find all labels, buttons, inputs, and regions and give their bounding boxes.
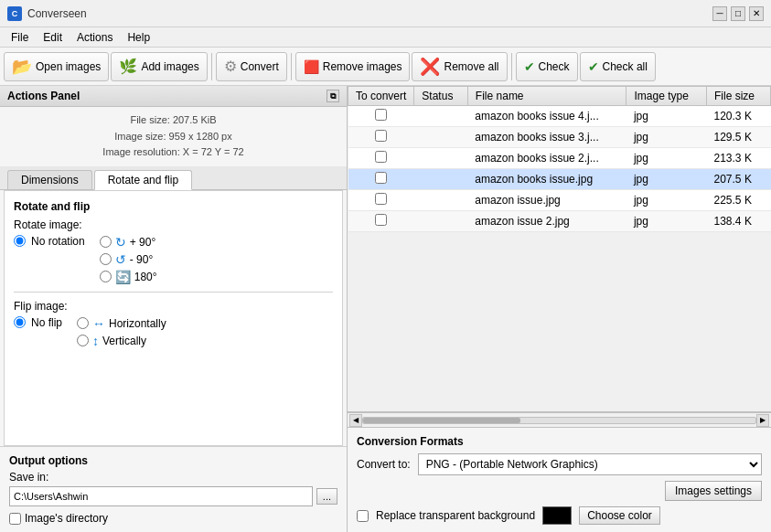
row-imagetype: jpg [626,211,707,232]
tab-bar: Dimensions Rotate and flip [0,166,347,190]
add-images-icon: 🌿 [119,58,137,75]
check-all-label: Check all [603,60,648,73]
row-checkbox-cell [348,211,414,232]
table-header-row: To convert Status File name Image type F… [348,87,771,106]
flip-horizontally-option: ↔ Horizontally [77,316,166,331]
rot-plus90-radio[interactable] [100,236,112,248]
row-filesize: 129.5 K [707,127,771,148]
check-icon: ✔ [524,59,535,74]
close-button[interactable]: ✕ [749,6,764,21]
images-settings-button[interactable]: Images settings [665,481,762,501]
file-table-body: amazon books issue 4.j... jpg 120.3 K am… [348,106,771,232]
convert-to-select[interactable]: PNG - (Portable Network Graphics) JPG - … [418,453,762,475]
check-all-icon: ✔ [588,59,599,74]
row-checkbox[interactable] [375,151,387,163]
tab-rotate-flip[interactable]: Rotate and flip [94,170,192,190]
no-rotation-radio[interactable] [14,235,26,247]
col-status: Status [414,87,468,106]
file-size-value: 207.5 KiB [173,114,217,125]
table-row[interactable]: amazon books issue 4.j... jpg 120.3 K [348,106,771,127]
conversion-formats-title: Conversion Formats [357,435,762,448]
minimize-button[interactable]: ─ [712,6,727,21]
row-checkbox-cell [348,106,414,127]
save-path-row: ... [9,486,337,506]
row-filename: amazon issue 2.jpg [467,211,626,232]
table-row[interactable]: amazon books issue.jpg jpg 207.5 K [348,169,771,190]
table-row[interactable]: amazon books issue 2.j... jpg 213.3 K [348,148,771,169]
rot-180-icon: 🔄 [115,270,131,284]
flip-horizontally-radio[interactable] [77,317,89,329]
menu-edit[interactable]: Edit [36,29,70,46]
check-button[interactable]: ✔ Check [516,52,578,81]
flip-vertically-option: ↕ Vertically [77,334,166,348]
row-status [414,127,468,148]
row-checkbox[interactable] [375,193,387,205]
no-rotation-text: No rotation [31,235,85,248]
replace-transparent-checkbox[interactable] [357,510,369,522]
tab-dimensions[interactable]: Dimensions [7,170,92,189]
flip-vertically-radio[interactable] [77,335,89,346]
hscroll-thumb[interactable] [363,418,520,423]
toolbar: 📂 Open images 🌿 Add images ⚙ Convert 🟥 R… [0,48,771,86]
menu-help[interactable]: Help [120,29,157,46]
rot-minus90-radio[interactable] [100,253,112,265]
row-checkbox[interactable] [375,172,387,184]
menu-file[interactable]: File [4,29,36,46]
menu-actions[interactable]: Actions [70,29,120,46]
no-flip-radio[interactable] [14,316,26,328]
rot-minus90-label: - 90° [130,253,153,266]
save-path-input[interactable] [9,486,313,506]
output-section: Output options Save in: ... Image's dire… [0,446,347,532]
menu-bar: File Edit Actions Help [0,27,771,48]
remove-images-button[interactable]: 🟥 Remove images [295,52,411,81]
row-checkbox[interactable] [375,214,387,226]
horizontal-scrollbar[interactable]: ◀ ▶ [348,412,771,427]
browse-button[interactable]: ... [316,488,337,505]
image-size-value: 959 x 1280 px [169,131,232,142]
file-list-area[interactable]: To convert Status File name Image type F… [348,86,771,412]
title-bar: C Converseen ─ □ ✕ [0,0,771,27]
row-imagetype: jpg [626,148,707,169]
table-row[interactable]: amazon issue 2.jpg jpg 138.4 K [348,211,771,232]
check-all-button[interactable]: ✔ Check all [580,52,656,81]
hscroll-left-arrow[interactable]: ◀ [349,414,362,427]
table-row[interactable]: amazon books issue 3.j... jpg 129.5 K [348,127,771,148]
convert-to-label: Convert to: [357,458,411,471]
add-images-label: Add images [141,60,198,73]
row-checkbox-cell [348,127,414,148]
convert-button[interactable]: ⚙ Convert [216,52,287,81]
convert-to-row: Convert to: PNG - (Portable Network Grap… [357,453,762,475]
row-filename: amazon issue.jpg [467,190,626,211]
no-flip-label[interactable]: No flip [14,316,62,329]
remove-images-label: Remove images [323,60,402,73]
add-images-button[interactable]: 🌿 Add images [111,52,207,81]
open-images-label: Open images [36,60,101,73]
row-checkbox[interactable] [375,109,387,121]
rotate-flip-divider [14,292,333,293]
hscroll-track[interactable] [362,417,756,424]
rot-180-radio[interactable] [100,271,112,282]
panel-restore-button[interactable]: ⧉ [327,90,339,102]
row-filename: amazon books issue 3.j... [467,127,626,148]
rot-minus90-icon: ↺ [115,252,126,267]
panel-title: Actions Panel [7,90,80,102]
maximize-button[interactable]: □ [731,6,745,21]
choose-color-button[interactable]: Choose color [579,506,660,525]
table-row[interactable]: amazon issue.jpg jpg 225.5 K [348,190,771,211]
panel-header: Actions Panel ⧉ [0,86,347,107]
open-images-button[interactable]: 📂 Open images [4,52,109,81]
row-imagetype: jpg [626,127,707,148]
no-rotation-label[interactable]: No rotation [14,235,85,248]
flip-vertically-icon: ↕ [92,334,99,348]
images-dir-label: Image's directory [25,512,108,525]
flip-options: ↔ Horizontally ↕ Vertically [77,316,166,348]
convert-icon: ⚙ [224,58,237,75]
hscroll-right-arrow[interactable]: ▶ [756,414,769,427]
remove-all-button[interactable]: ❌ Remove all [412,52,507,81]
images-dir-checkbox[interactable] [9,513,21,525]
bg-row: Replace transparent background Choose co… [357,506,762,525]
images-dir-row: Image's directory [9,512,337,525]
file-table: To convert Status File name Image type F… [348,86,771,232]
color-swatch[interactable] [542,506,572,525]
row-checkbox[interactable] [375,130,387,142]
